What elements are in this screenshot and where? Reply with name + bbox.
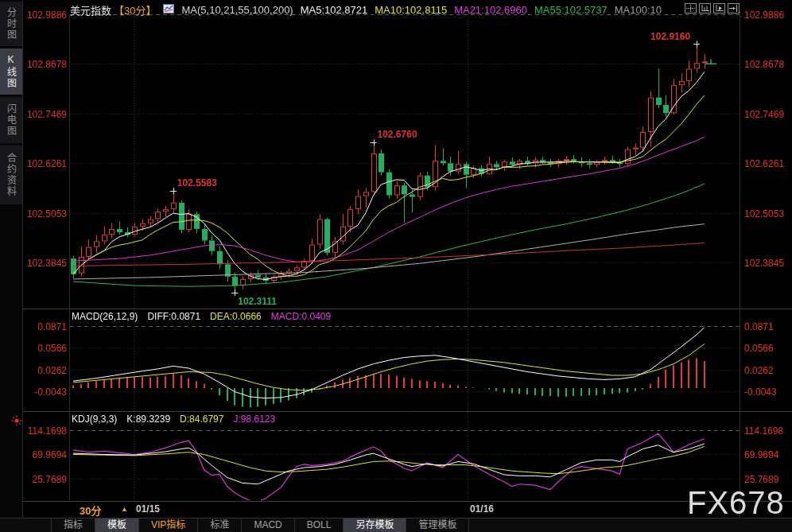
date-label: 01/16 (470, 503, 494, 515)
sidebar-item-lightning-chart[interactable]: 闪电图 (0, 97, 22, 143)
tab-standard[interactable]: 标准 (197, 518, 241, 532)
macd-axis-label: 0.0871 (24, 321, 67, 332)
bottom-tab-bar: 指标 模板 VIP指标 标准 MACD BOLL 另存模板 管理模板 (0, 518, 792, 532)
chart-canvas[interactable] (0, 0, 792, 532)
kdj-d-value: D:84.6797 (180, 414, 223, 425)
ma10-value: MA10:102.8115 (375, 4, 447, 16)
tab-macd[interactable]: MACD (241, 518, 293, 532)
macd-axis-label: 0.0262 (744, 365, 790, 376)
tab-boll[interactable]: BOLL (294, 518, 344, 532)
tab-manage-template[interactable]: 管理模板 (406, 518, 469, 532)
kdj-axis-label: 114.1698 (744, 425, 790, 437)
ma-settings-label: MA(5,10,21,55,100,200) (181, 4, 293, 16)
sidebar-item-kline-chart[interactable]: K线图 (0, 49, 22, 95)
chart-toolbar (685, 3, 740, 14)
main-axis-label: 102.6261 (24, 158, 67, 169)
kdj-j-value: J:98.6123 (233, 414, 275, 425)
macd-axis-label: -0.0043 (24, 386, 67, 398)
kdj-axis-label: 69.9694 (24, 449, 67, 460)
period-selector[interactable]: 30分 (80, 503, 101, 518)
price-annotation: 102.5583 (177, 177, 217, 188)
period-dropdown-arrow-icon[interactable]: ▲ (121, 505, 128, 513)
main-axis-label: 102.3845 (744, 258, 790, 269)
main-axis-label: 102.8678 (24, 59, 67, 70)
price-annotation: 102.3111 (238, 296, 277, 307)
macd-axis-label: 0.0871 (744, 321, 790, 332)
macd-title: MACD(26,12,9) (72, 311, 138, 322)
kdj-header: KDJ(9,3,3) K:89.3239 D:84.6797 J:98.6123 (72, 414, 275, 425)
macd-axis-label: 0.0566 (744, 343, 790, 354)
kdj-axis-label: 25.7689 (24, 474, 67, 485)
ma55-value: MA55:102.5737 (534, 4, 608, 16)
macd-axis-label: 0.0566 (24, 343, 67, 354)
axis-play-icon[interactable] (713, 3, 725, 14)
ma21-value: MA21:102.6960 (454, 4, 527, 16)
main-axis-label: 102.3845 (24, 258, 67, 269)
kdj-axis-label: 69.9694 (744, 449, 790, 460)
main-axis-label: 102.6261 (744, 158, 790, 169)
kdj-title: KDJ(9,3,3) (72, 414, 117, 425)
macd-header: MACD(26,12,9) DIFF:0.0871 DEA:0.0666 MAC… (72, 311, 331, 322)
mini-chart-icon (163, 4, 174, 16)
kdj-axis-label: 25.7689 (744, 474, 790, 485)
symbol-name: 美元指数 (70, 2, 111, 17)
macd-axis-label: -0.0043 (744, 386, 790, 398)
sidebar-item-timeshare-chart[interactable]: 分时图 (0, 2, 22, 46)
tab-templates[interactable]: 模板 (95, 518, 138, 532)
sidebar: 分时图 K线图 闪电图 合约资料 (0, 0, 23, 518)
fx678-watermark: FX678 (687, 485, 785, 521)
main-axis-label: 102.9886 (744, 10, 790, 21)
axis-scale-icon[interactable] (699, 3, 711, 14)
main-axis-label: 102.7469 (744, 109, 790, 120)
tab-save-template[interactable]: 另存模板 (343, 518, 406, 532)
tab-vip-indicators[interactable]: VIP指标 (138, 518, 197, 532)
macd-macd-value: MACD:0.0409 (271, 311, 331, 322)
main-axis-label: 102.8678 (744, 59, 790, 70)
date-label: 01/15 (136, 503, 160, 515)
macd-diff-value: DIFF:0.0871 (147, 311, 200, 322)
macd-axis-label: 0.0262 (24, 365, 67, 376)
tab-indicators[interactable]: 指标 (51, 518, 95, 532)
sidebar-item-contract-info[interactable]: 合约资料 (0, 146, 22, 204)
price-annotation: 102.9160 (650, 31, 690, 42)
main-axis-label: 102.5053 (24, 208, 67, 219)
chart-header: 美元指数【30分】 MA(5,10,21,55,100,200) MA5:102… (70, 2, 662, 17)
main-axis-label: 102.7469 (24, 109, 67, 120)
price-annotation: 102.6760 (378, 129, 417, 140)
macd-dea-value: DEA:0.0666 (210, 311, 262, 322)
main-axis-label: 102.5053 (744, 208, 790, 219)
ma5-value: MA5:102.8721 (301, 4, 368, 16)
kdj-settings-icon[interactable] (11, 415, 22, 429)
kdj-k-value: K:89.3239 (126, 414, 170, 425)
period-label: 【30分】 (114, 2, 156, 17)
main-axis-label: 102.9886 (24, 10, 67, 21)
ma100-value: MA100:10 (615, 4, 662, 16)
chart-application: 分时图 K线图 闪电图 合约资料 美元指数【30分】 MA(5,10,21,55… (0, 0, 792, 532)
snap-to-edge-icon[interactable] (728, 3, 740, 14)
crosshair-move-icon[interactable] (685, 3, 697, 14)
kdj-axis-label: 114.1698 (24, 425, 67, 437)
